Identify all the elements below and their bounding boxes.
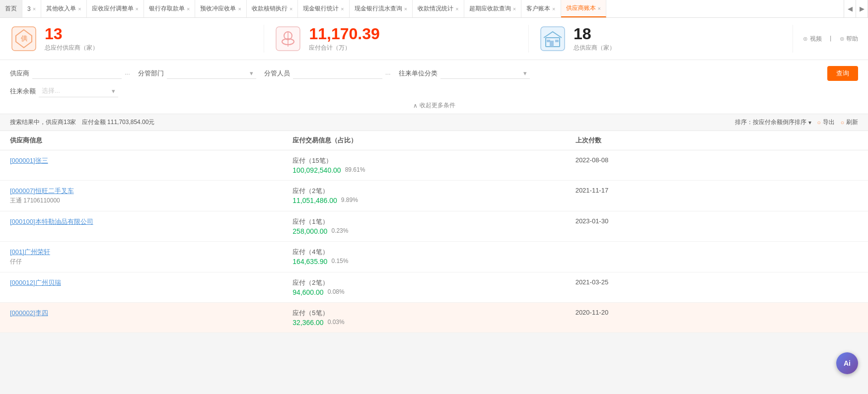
payable-pct: 9.89% xyxy=(341,197,358,203)
table-row: [000002]李四 应付（5笔） 32,366.00 0.03% 2020-1… xyxy=(0,303,868,333)
supplier-link[interactable]: [000100]本特勒油品有限公司 xyxy=(10,217,292,226)
refresh-button[interactable]: ○ 刷新 xyxy=(841,118,858,127)
total-suppliers-number: 18 xyxy=(574,25,615,43)
nav-tab-overdue-query[interactable]: 超期应收款查询 × xyxy=(464,0,521,17)
query-button[interactable]: 查询 xyxy=(827,66,858,81)
sort-select[interactable]: 排序：按应付余额倒序排序 ▾ xyxy=(735,118,811,127)
export-label: 导出 xyxy=(823,118,835,127)
top-nav: 首页 3 × 其他收入单 × 应收应付调整单 × 银行存取款单 × 预收冲应收单… xyxy=(0,0,868,18)
supplier-input[interactable] xyxy=(32,68,122,79)
payable-label: 应付（5笔） xyxy=(292,309,575,318)
summary-bar: 供 13 总应付供应商（家） 11,170.39 应付合计（万） xyxy=(0,18,868,60)
close-icon[interactable]: × xyxy=(78,6,81,12)
nav-tab-bank-deposit[interactable]: 银行存取款单 × xyxy=(144,0,195,17)
payable-info-cell: 应付（5笔） 32,366.00 0.03% xyxy=(292,309,575,327)
export-button[interactable]: ○ 导出 xyxy=(817,118,835,127)
summary-card-payable-total: 11,170.39 应付合计（万） xyxy=(264,25,528,53)
supplier-ellipsis[interactable]: ··· xyxy=(125,70,130,77)
payable-pct: 89.61% xyxy=(345,166,365,173)
collapse-btn[interactable]: ∧ 收起更多条件 xyxy=(413,101,455,110)
supplier-link[interactable]: [000012]广州贝瑞 xyxy=(10,278,292,287)
payable-info-cell: 应付（15笔） 100,092,540.00 89.61% xyxy=(292,156,575,174)
table-row: [000007]恒旺二手叉车 王通 17106110000 应付（2笔） 11,… xyxy=(0,181,868,211)
payable-total-label: 应付合计（万） xyxy=(309,44,379,52)
payable-suppliers-label: 总应付供应商（家） xyxy=(45,44,98,52)
close-icon[interactable]: × xyxy=(136,6,139,12)
last-pay-date: 2023-01-30 xyxy=(576,217,609,225)
result-prefix: 搜索结果中，供应商13家 xyxy=(10,118,76,127)
person-input[interactable] xyxy=(293,68,382,79)
balance-label: 往来余额 xyxy=(10,87,36,96)
payable-info-cell: 应付（2笔） 94,600.00 0.08% xyxy=(292,278,575,296)
nav-tab-customer-book[interactable]: 客户账本 × xyxy=(521,0,561,17)
dept-chevron-icon: ▾ xyxy=(250,69,253,77)
person-label: 分管人员 xyxy=(264,69,290,78)
filter-row-2: 往来余额 选择... ▾ xyxy=(10,85,858,97)
nav-tab-cash-flow[interactable]: 现金银行流水查询 × xyxy=(350,0,413,17)
supplier-label: 供应商 xyxy=(10,69,29,78)
close-icon[interactable]: × xyxy=(552,6,555,12)
close-icon[interactable]: × xyxy=(238,6,241,12)
right-tools: 排序：按应付余额倒序排序 ▾ ○ 导出 ○ 刷新 xyxy=(735,118,859,127)
payable-info-cell: 应付（1笔） 258,000.00 0.23% xyxy=(292,217,575,235)
data-table: 供应商信息 应付交易信息（占比） 上次付数 [000001]张三 应付（15笔）… xyxy=(0,131,868,333)
nav-tab-payment-stat[interactable]: 收款情况统计 × xyxy=(413,0,464,17)
nav-tab-prepay[interactable]: 预收冲应收单 × xyxy=(195,0,246,17)
nav-tab-other-income[interactable]: 其他收入单 × xyxy=(41,0,86,17)
card-info-payable-suppliers: 13 总应付供应商（家） xyxy=(45,25,98,52)
person-ellipsis[interactable]: ··· xyxy=(385,70,391,77)
help-area: ⊙ 视频 丨 ⊙ 帮助 xyxy=(793,35,858,43)
payable-label: 应付（1笔） xyxy=(292,217,575,226)
help-sep: 丨 xyxy=(828,35,834,43)
category-select[interactable]: ▾ xyxy=(440,68,530,79)
nav-next-arrow[interactable]: ▶ xyxy=(856,0,868,18)
supplier-info-cell: [000001]张三 xyxy=(10,156,292,165)
close-icon[interactable]: × xyxy=(187,6,190,12)
payable-label: 应付（4笔） xyxy=(292,248,575,257)
close-icon[interactable]: × xyxy=(33,6,36,12)
svg-rect-11 xyxy=(555,40,559,42)
payable-info-cell: 应付（2笔） 11,051,486.00 9.89% xyxy=(292,187,575,204)
supplier-link[interactable]: [000002]李四 xyxy=(10,309,292,318)
supplier-link[interactable]: [000001]张三 xyxy=(10,156,292,165)
svg-rect-9 xyxy=(550,41,554,47)
nav-tab-3[interactable]: 3 × xyxy=(22,0,41,17)
table-header: 供应商信息 应付交易信息（占比） 上次付数 xyxy=(0,131,868,150)
refresh-circle-icon: ○ xyxy=(841,119,844,126)
payable-pct: 0.08% xyxy=(328,288,345,295)
nav-tab-cash-stat[interactable]: 现金银行统计 × xyxy=(298,0,349,17)
dept-select[interactable]: ▾ xyxy=(167,68,256,79)
payable-amount: 11,051,486.00 xyxy=(292,197,337,204)
nav-arrows: ◀ ▶ xyxy=(844,0,868,18)
payable-label: 应付（15笔） xyxy=(292,156,575,165)
close-icon[interactable]: × xyxy=(289,6,292,12)
payable-amount: 94,600.00 xyxy=(292,288,323,296)
help-video[interactable]: ⊙ 视频 xyxy=(803,35,821,43)
card-info-payable-total: 11,170.39 应付合计（万） xyxy=(309,25,379,52)
sort-label: 排序：按应付余额倒序排序 xyxy=(735,118,806,127)
nav-tab-supplier-book[interactable]: 供应商账本 × xyxy=(561,0,606,17)
nav-tab-ar-ap-adjust[interactable]: 应收应付调整单 × xyxy=(87,0,144,17)
table-row: [000001]张三 应付（15笔） 100,092,540.00 89.61%… xyxy=(0,150,868,181)
nav-tab-home[interactable]: 首页 xyxy=(0,0,22,17)
close-icon[interactable]: × xyxy=(404,6,407,12)
supplier-info-cell: [000012]广州贝瑞 xyxy=(10,278,292,287)
close-icon[interactable]: × xyxy=(341,6,344,12)
last-pay-date: 2021-11-17 xyxy=(576,187,609,194)
supplier-link[interactable]: [001]广州荣轩 xyxy=(10,248,292,257)
close-icon[interactable]: × xyxy=(455,6,458,12)
help-link[interactable]: ⊙ 帮助 xyxy=(840,35,858,43)
filter-row-1: 供应商 ··· 分管部门 ▾ 分管人员 ··· 往来单位分类 ▾ 查询 xyxy=(10,66,858,81)
balance-select[interactable]: 选择... ▾ xyxy=(39,85,118,97)
filter-person: 分管人员 ··· xyxy=(264,68,391,79)
col-header-lastpay: 上次付数 xyxy=(576,136,858,145)
close-icon[interactable]: × xyxy=(513,6,516,12)
supplier-info-cell: [001]广州荣轩 仔仔 xyxy=(10,248,292,266)
payable-amount: 164,635.90 xyxy=(292,258,327,265)
nav-tab-verify[interactable]: 收款核销执行 × xyxy=(247,0,298,17)
nav-prev-arrow[interactable]: ◀ xyxy=(844,0,856,18)
supplier-link[interactable]: [000007]恒旺二手叉车 xyxy=(10,187,292,196)
svg-rect-10 xyxy=(547,40,550,42)
filter-balance: 往来余额 选择... ▾ xyxy=(10,85,118,97)
close-icon[interactable]: × xyxy=(598,5,601,11)
